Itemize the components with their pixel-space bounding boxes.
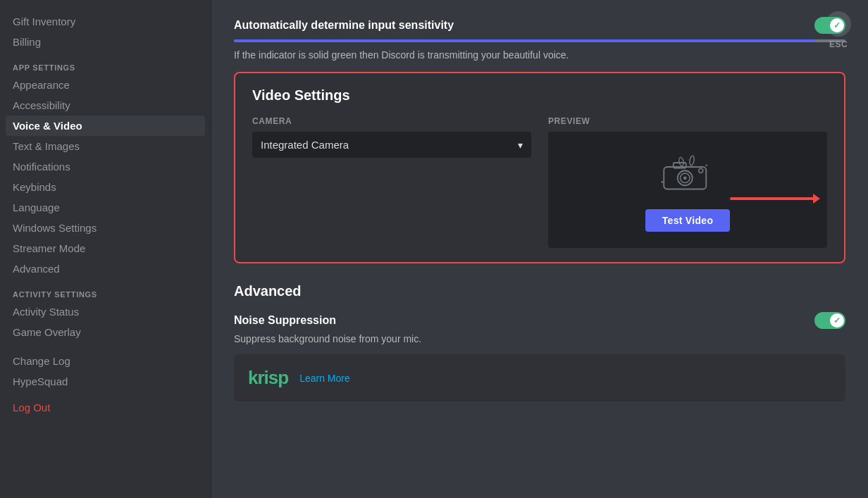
esc-label: ESC bbox=[829, 39, 848, 49]
sidebar-item-log-out[interactable]: Log Out bbox=[6, 397, 205, 418]
sidebar-item-streamer-mode[interactable]: Streamer Mode bbox=[6, 238, 205, 259]
test-video-button[interactable]: Test Video bbox=[645, 209, 731, 232]
advanced-section: Advanced Noise Suppression Suppress back… bbox=[234, 283, 845, 401]
video-settings-box: Video Settings CAMERA Integrated Camera … bbox=[234, 72, 845, 263]
sidebar-section-app-settings: Appearance Accessibility Voice & Video T… bbox=[6, 75, 205, 279]
krisp-logo: krisp bbox=[248, 367, 288, 389]
svg-point-3 bbox=[683, 176, 687, 180]
sidebar-section-activity-settings: Activity Status Game Overlay bbox=[6, 301, 205, 342]
toggle-knob bbox=[830, 18, 844, 32]
sidebar-item-appearance[interactable]: Appearance bbox=[6, 75, 205, 95]
camera-illustration: ✦ · · ✦ bbox=[656, 149, 719, 198]
camera-label: CAMERA bbox=[252, 116, 531, 126]
sidebar-item-language[interactable]: Language bbox=[6, 197, 205, 218]
video-left: CAMERA Integrated Camera bbox=[252, 116, 531, 248]
noise-toggle-knob bbox=[830, 313, 844, 328]
sidebar-item-accessibility[interactable]: Accessibility bbox=[6, 95, 205, 116]
svg-text:·: · bbox=[659, 173, 660, 177]
arrow-indicator bbox=[730, 197, 814, 200]
sidebar-item-gift-inventory[interactable]: Gift Inventory bbox=[6, 11, 205, 32]
svg-text:·: · bbox=[709, 176, 709, 180]
main-content: ✕ ESC Automatically determine input sens… bbox=[211, 0, 868, 498]
auto-sensitivity-row: Automatically determine input sensitivit… bbox=[234, 17, 845, 34]
noise-suppression-row: Noise Suppression bbox=[234, 312, 845, 329]
svg-point-11 bbox=[689, 155, 695, 165]
sidebar-item-windows-settings[interactable]: Windows Settings bbox=[6, 218, 205, 238]
krisp-learn-more-link[interactable]: Learn More bbox=[299, 373, 350, 384]
advanced-title: Advanced bbox=[234, 283, 845, 299]
sidebar-item-voice-video[interactable]: Voice & Video bbox=[6, 116, 205, 136]
sidebar-item-game-overlay[interactable]: Game Overlay bbox=[6, 322, 205, 342]
sidebar-item-activity-status[interactable]: Activity Status bbox=[6, 301, 205, 322]
sidebar-section-user: Gift Inventory Billing bbox=[6, 11, 205, 52]
sidebar-item-hypesquad[interactable]: HypeSquad bbox=[6, 371, 205, 392]
svg-point-5 bbox=[699, 168, 703, 173]
preview-label: PREVIEW bbox=[548, 116, 827, 126]
svg-text:✦: ✦ bbox=[705, 163, 708, 168]
camera-select-wrapper: Integrated Camera bbox=[252, 132, 531, 158]
sidebar-item-billing[interactable]: Billing bbox=[6, 32, 205, 52]
sidebar-item-advanced[interactable]: Advanced bbox=[6, 259, 205, 279]
video-right: PREVIEW ✦ bbox=[548, 116, 827, 248]
helper-text: If the indicator is solid green then Dis… bbox=[234, 49, 845, 61]
sidebar: Gift Inventory Billing APP SETTINGS Appe… bbox=[0, 0, 211, 498]
sidebar-item-notifications[interactable]: Notifications bbox=[6, 156, 205, 177]
svg-text:✦: ✦ bbox=[660, 180, 664, 185]
sidebar-section-activity-settings-label: ACTIVITY SETTINGS bbox=[6, 279, 205, 301]
sensitivity-bar-inner bbox=[234, 39, 815, 42]
video-settings-title: Video Settings bbox=[252, 87, 827, 104]
krisp-banner: krisp Learn More bbox=[234, 354, 845, 401]
sidebar-item-change-log[interactable]: Change Log bbox=[6, 351, 205, 371]
preview-box: ✦ · · ✦ Test Video bbox=[548, 132, 827, 248]
auto-sensitivity-toggle[interactable] bbox=[814, 17, 845, 34]
sidebar-section-app-settings-label: APP SETTINGS bbox=[6, 52, 205, 75]
auto-sensitivity-label: Automatically determine input sensitivit… bbox=[234, 19, 454, 32]
sidebar-item-keybinds[interactable]: Keybinds bbox=[6, 177, 205, 197]
noise-suppression-toggle[interactable] bbox=[814, 312, 845, 329]
video-settings-columns: CAMERA Integrated Camera PREVIEW bbox=[252, 116, 827, 248]
svg-point-10 bbox=[678, 157, 684, 166]
sidebar-item-text-images[interactable]: Text & Images bbox=[6, 136, 205, 156]
sensitivity-bar bbox=[234, 39, 845, 42]
noise-suppression-desc: Suppress background noise from your mic. bbox=[234, 333, 845, 344]
noise-suppression-label: Noise Suppression bbox=[234, 314, 336, 327]
camera-select[interactable]: Integrated Camera bbox=[252, 132, 531, 158]
sidebar-section-misc: Change Log HypeSquad bbox=[6, 351, 205, 392]
